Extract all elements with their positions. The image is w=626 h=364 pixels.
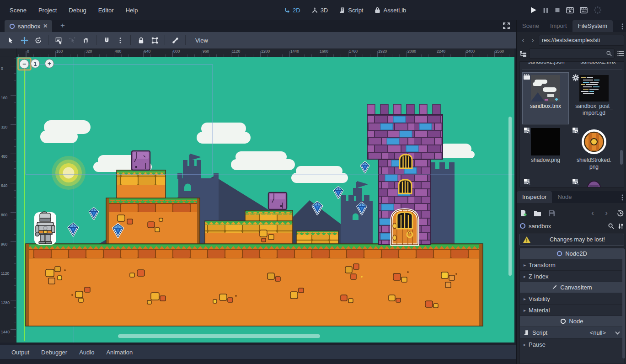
load-resource-icon[interactable]	[534, 209, 541, 217]
group-material[interactable]: ▸ Material	[520, 305, 624, 316]
tune-icon[interactable]	[617, 223, 624, 230]
menu-help[interactable]: Help	[120, 4, 144, 16]
tab-close-icon[interactable]: ✕	[43, 23, 48, 29]
property-script[interactable]: Script <null>	[520, 327, 624, 339]
pause-button[interactable]	[543, 7, 549, 13]
bottom-panel-audio[interactable]: Audio	[74, 347, 99, 358]
horizontal-scrollbar[interactable]	[118, 334, 320, 338]
tower-door	[391, 209, 418, 245]
property-label: Script	[532, 329, 547, 336]
inspector-menu-icon[interactable]	[621, 194, 624, 201]
crate-sprite[interactable]	[268, 193, 287, 209]
property-value[interactable]: <null>	[590, 329, 606, 336]
tab-inspector[interactable]: Inspector	[517, 191, 552, 203]
image-file-icon	[572, 178, 579, 185]
vertical-scrollbar[interactable]	[508, 117, 512, 276]
list-select-icon	[55, 37, 63, 44]
move-locked-tool-button[interactable]	[66, 34, 78, 46]
file-list-panel[interactable]: sandbox2.json sandbox2.tmx	[519, 61, 624, 187]
path-field[interactable]: res://tests/examples/sti	[539, 35, 624, 46]
select-tool-button[interactable]	[5, 34, 16, 46]
play-button[interactable]	[530, 7, 537, 13]
move-tool-button[interactable]	[18, 34, 30, 46]
rotate-tool-button[interactable]	[32, 34, 44, 46]
category-label: Node	[569, 318, 583, 325]
toolbar-separator	[165, 35, 165, 45]
menu-project[interactable]: Project	[32, 4, 63, 16]
menu-editor[interactable]: Editor	[92, 4, 120, 16]
history-forward-icon[interactable]: ›	[603, 209, 610, 218]
search-icon[interactable]	[608, 223, 615, 230]
tree-mode-icon[interactable]	[519, 50, 527, 57]
tab-filesystem[interactable]: FileSystem	[572, 20, 613, 32]
ruler-v-label: 640	[1, 183, 7, 188]
filesystem-scrollbar[interactable]	[620, 150, 623, 165]
warning-banner[interactable]: Changes may be lost!	[519, 234, 624, 246]
save-icon[interactable]	[548, 209, 556, 217]
lock-object-button[interactable]	[135, 34, 147, 46]
search-input[interactable]	[529, 48, 615, 59]
new-scene-tab-button[interactable]: +	[60, 21, 65, 30]
bottom-panel-animation[interactable]: Animation	[101, 347, 138, 358]
group-visibility[interactable]: ▸ Visibility	[520, 293, 624, 305]
pan-tool-button[interactable]	[80, 34, 92, 46]
menu-scene[interactable]: Scene	[4, 4, 32, 16]
workspace-2d-button[interactable]: 2D	[280, 5, 304, 16]
script-icon	[339, 7, 346, 14]
zoom-reset-button[interactable]: 1	[31, 59, 40, 68]
ground-terrain[interactable]	[26, 244, 483, 326]
workspace-script-button[interactable]: Script	[335, 5, 367, 16]
bottom-panel-debugger[interactable]: Debugger	[36, 347, 72, 358]
group-pause[interactable]: ▸ Pause	[520, 339, 624, 350]
view-menu-button[interactable]: View	[190, 35, 214, 46]
play-scene-button[interactable]	[566, 7, 574, 14]
scene-canvas[interactable]: − 1 +	[16, 57, 514, 343]
file-item-sandbox-post-import-gd[interactable]: sandbox_post_ import.gd	[571, 73, 617, 124]
distraction-free-icon[interactable]	[503, 22, 510, 30]
ruler-h-label: 1600	[320, 49, 328, 54]
group-z-index[interactable]: ▸ Z Index	[520, 271, 624, 282]
workspace-3d-button[interactable]: 3D	[308, 5, 332, 16]
snap-toggle-button[interactable]	[101, 34, 112, 46]
list-select-tool-button[interactable]	[53, 34, 64, 46]
chevron-down-icon[interactable]	[615, 331, 620, 335]
tab-node[interactable]: Node	[552, 191, 577, 203]
file-item-sandbox-tmx[interactable]: sandbox.tmx	[523, 73, 568, 124]
scene-tab-sandbox[interactable]: sandbox ✕	[5, 20, 52, 32]
tab-scene[interactable]: Scene	[517, 20, 545, 32]
toolbar-separator	[185, 35, 186, 45]
file-name: sandbox_post_	[571, 103, 617, 110]
zoom-out-button[interactable]: −	[20, 59, 29, 69]
disclosure-icon: ▸	[524, 308, 526, 313]
ruler-h-label: 160	[56, 49, 63, 54]
file-item-shieldstroked-png[interactable]: shieldStroked. png	[571, 126, 617, 175]
inspector-scrollbar[interactable]	[622, 249, 625, 359]
crate-sprite[interactable]	[132, 151, 150, 170]
menu-debug[interactable]: Debug	[63, 4, 92, 16]
history-icon[interactable]	[616, 209, 624, 217]
skeleton-options-button[interactable]	[169, 34, 181, 46]
workspace-assetlib-button[interactable]: AssetLib	[370, 5, 410, 16]
warning-icon	[523, 236, 531, 243]
rotate-tool-icon	[34, 37, 42, 44]
inspector-tab-bar: Inspector Node	[517, 191, 626, 203]
stop-button[interactable]	[555, 7, 560, 13]
nav-back-icon[interactable]: ‹	[519, 36, 527, 45]
knight-sprite[interactable]	[34, 212, 56, 245]
gear-icon	[572, 74, 579, 81]
snap-options-button[interactable]	[114, 34, 126, 46]
play-custom-scene-button[interactable]	[580, 7, 588, 14]
sun-sprite[interactable]	[52, 156, 86, 190]
dock-menu-icon[interactable]	[621, 23, 624, 30]
group-transform[interactable]: ▸ Transform	[520, 259, 624, 271]
group-object-button[interactable]	[149, 34, 161, 46]
bottom-panel-output[interactable]: Output	[6, 347, 34, 358]
list-view-icon[interactable]	[617, 50, 624, 57]
nav-forward-icon[interactable]: ›	[529, 36, 536, 45]
file-item-shadow-png[interactable]: shadow.png	[523, 126, 568, 175]
new-resource-icon[interactable]	[519, 209, 527, 217]
tab-import[interactable]: Import	[545, 20, 572, 32]
history-back-icon[interactable]: ‹	[589, 209, 596, 218]
zoom-in-button[interactable]: +	[45, 59, 54, 68]
filesystem-search-row	[519, 48, 624, 59]
